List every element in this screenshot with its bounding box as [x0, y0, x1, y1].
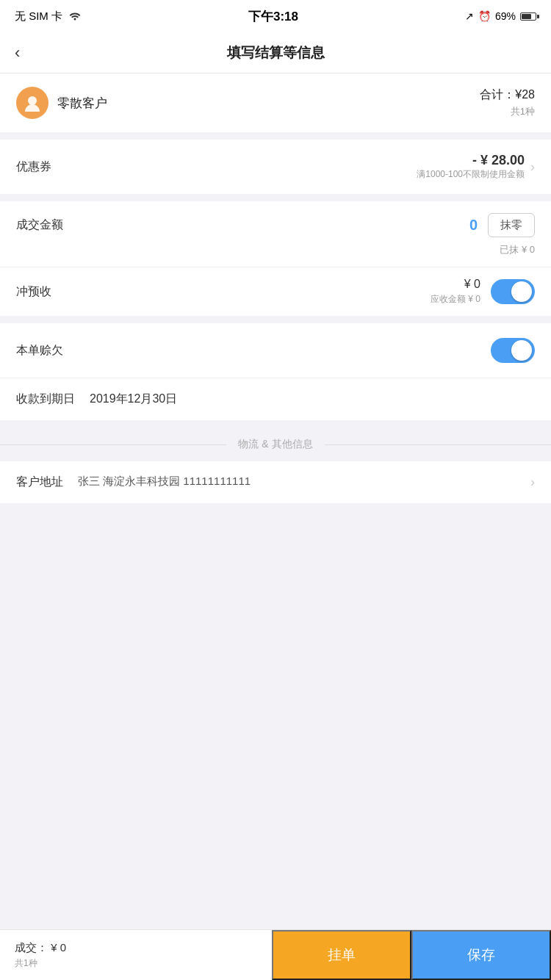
no-sim-text: 无 SIM 卡	[15, 10, 62, 24]
coupon-row[interactable]: 优惠券 - ¥ 28.00 满1000-100不限制使用金额 ›	[0, 140, 551, 194]
customer-left: 零散客户	[16, 87, 107, 119]
duedate-row: 收款到期日 2019年12月30日	[0, 378, 551, 420]
save-button[interactable]: 保存	[411, 930, 551, 980]
status-time: 下午3:18	[248, 8, 298, 25]
already-rounded-text: 已抹 ¥ 0	[0, 243, 551, 267]
coupon-amount: - ¥ 28.00	[417, 153, 525, 168]
address-card[interactable]: 客户地址 张三 海淀永丰科技园 11111111111 ›	[0, 461, 551, 503]
battery-text: 69%	[495, 10, 516, 22]
transaction-section: 成交金额 0 抹零 已抹 ¥ 0 冲预收 ¥ 0 应收金额 ¥ 0	[0, 201, 551, 316]
address-chevron-icon: ›	[530, 475, 535, 490]
round-zero-button[interactable]: 抹零	[488, 213, 535, 237]
bottom-bar: 成交： ¥ 0 共1种 挂单 保存	[0, 929, 551, 980]
pre-collection-toggle[interactable]	[491, 279, 535, 304]
coupon-description: 满1000-100不限制使用金额	[417, 168, 525, 181]
bottom-transaction: 成交： ¥ 0	[15, 941, 257, 955]
pre-collection-row: 冲预收 ¥ 0 应收金额 ¥ 0	[0, 267, 551, 316]
transaction-right: 0 抹零	[469, 213, 535, 237]
bottom-spacer	[0, 503, 551, 569]
duedate-label: 收款到期日	[16, 392, 75, 407]
status-right: ↗ ⏰ 69%	[465, 10, 536, 22]
section-divider: 物流 & 其他信息	[0, 428, 551, 461]
transaction-value: 0	[469, 217, 478, 234]
address-label: 客户地址	[16, 475, 63, 490]
duedate-value: 2019年12月30日	[90, 392, 177, 407]
debt-toggle-knob	[511, 340, 532, 361]
battery-icon	[520, 12, 536, 21]
total-count: 共1种	[480, 105, 535, 118]
pre-collection-label: 冲预收	[16, 284, 51, 300]
svg-point-0	[28, 96, 37, 105]
section-divider-text: 物流 & 其他信息	[226, 438, 324, 451]
page-title: 填写结算等信息	[227, 43, 325, 62]
debt-row: 本单赊欠	[0, 323, 551, 378]
coupon-card[interactable]: 优惠券 - ¥ 28.00 满1000-100不限制使用金额 ›	[0, 140, 551, 194]
bottom-count: 共1种	[15, 957, 257, 970]
coupon-chevron-icon: ›	[530, 159, 535, 175]
debt-label: 本单赊欠	[16, 343, 63, 359]
wifi-icon	[68, 10, 82, 23]
transaction-label: 成交金额	[16, 217, 63, 233]
transaction-row: 成交金额 0 抹零	[0, 201, 551, 243]
debt-toggle[interactable]	[491, 338, 535, 363]
total-amount: 合计：¥28	[480, 87, 535, 103]
pre-collection-amounts: ¥ 0 应收金额 ¥ 0	[431, 278, 480, 306]
customer-right: 合计：¥28 共1种	[480, 87, 535, 118]
bottom-info: 成交： ¥ 0 共1种	[0, 930, 272, 980]
alarm-icon: ⏰	[478, 10, 491, 22]
bottom-transaction-amount: ¥ 0	[51, 941, 66, 954]
hang-order-button[interactable]: 挂单	[272, 930, 411, 980]
bottom-transaction-label: 成交：	[15, 941, 48, 954]
address-content: 客户地址 张三 海淀永丰科技园 11111111111	[16, 475, 525, 490]
customer-row: 零散客户 合计：¥28 共1种	[0, 73, 551, 132]
coupon-values: - ¥ 28.00 满1000-100不限制使用金额	[417, 153, 525, 181]
status-left: 无 SIM 卡	[15, 10, 82, 24]
coupon-right: - ¥ 28.00 满1000-100不限制使用金额 ›	[417, 153, 535, 181]
status-bar: 无 SIM 卡 下午3:18 ↗ ⏰ 69%	[0, 0, 551, 32]
pre-collection-receivable: 应收金额 ¥ 0	[431, 293, 480, 306]
location-icon: ↗	[465, 10, 474, 22]
debt-section: 本单赊欠 收款到期日 2019年12月30日	[0, 323, 551, 420]
address-value: 张三 海淀永丰科技园 11111111111	[78, 475, 525, 490]
avatar	[16, 87, 48, 119]
coupon-label: 优惠券	[16, 159, 51, 175]
toggle-knob	[511, 281, 532, 302]
customer-card: 零散客户 合计：¥28 共1种	[0, 73, 551, 132]
customer-name: 零散客户	[57, 95, 107, 112]
back-button[interactable]: ‹	[15, 43, 20, 62]
nav-bar: ‹ 填写结算等信息	[0, 32, 551, 73]
pre-collection-right: ¥ 0 应收金额 ¥ 0	[431, 278, 535, 306]
pre-collection-amount: ¥ 0	[431, 278, 480, 291]
